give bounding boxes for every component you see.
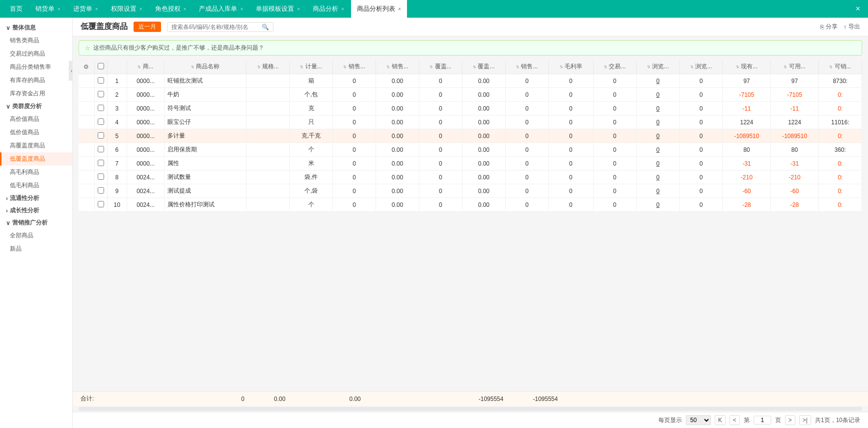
sidebar-group-quality[interactable]: ∨ 类群度分析: [0, 100, 72, 113]
row-spec: [246, 115, 290, 129]
table-row: 4 0000... 眼宝公仔 只 0 0.00 0 0.00 0 0 0 0 0…: [79, 115, 862, 129]
sidebar-item-stock-occupy[interactable]: 库存资金占用: [0, 87, 72, 100]
close-icon[interactable]: ×: [184, 6, 187, 12]
row-browse1[interactable]: 0: [636, 171, 679, 184]
row-browse1[interactable]: 0: [636, 157, 679, 171]
row-cov2: 0.00: [462, 171, 505, 184]
close-icon[interactable]: ×: [240, 6, 243, 12]
row-browse1[interactable]: 0: [636, 115, 679, 129]
col-available[interactable]: ⇅ 可用...: [771, 59, 819, 74]
sidebar-item-traded-goods[interactable]: 交易过的商品: [0, 47, 72, 60]
row-checkbox[interactable]: [94, 129, 107, 143]
col-trade[interactable]: ⇅ 交易...: [593, 59, 636, 74]
nav-tab-goods-analysis[interactable]: 商品分析 ×: [307, 0, 350, 18]
select-all-checkbox[interactable]: [98, 63, 104, 69]
close-all-tabs[interactable]: ×: [852, 4, 864, 13]
row-browse1[interactable]: 0: [636, 184, 679, 198]
row-code: 0000...: [127, 157, 164, 171]
col-coverage2[interactable]: ⇅ 覆盖...: [462, 59, 505, 74]
next-page-button[interactable]: >: [785, 415, 795, 425]
search-icon[interactable]: 🔍: [262, 24, 269, 30]
last-page-button[interactable]: >|: [799, 415, 811, 425]
sidebar-group-growth[interactable]: › 成长性分析: [0, 204, 72, 217]
col-browse2[interactable]: ⇅ 浏览...: [679, 59, 723, 74]
col-unit[interactable]: ⇅ 计量...: [290, 59, 333, 74]
close-icon[interactable]: ×: [57, 6, 60, 12]
col-code[interactable]: ⇅ 商...: [127, 59, 164, 74]
sidebar-item-low-profit[interactable]: 低毛利商品: [0, 179, 72, 192]
row-browse1[interactable]: 0: [636, 74, 679, 88]
row-checkbox[interactable]: [94, 143, 107, 157]
sidebar-item-new-goods[interactable]: 新品: [0, 242, 72, 256]
nav-tab-permission[interactable]: 权限设置 ×: [105, 0, 148, 18]
table-row: 3 0000... 符号测试 克 0 0.00 0 0.00 0 0 0 0 0…: [79, 102, 862, 115]
nav-tab-sales[interactable]: 销货单 ×: [29, 0, 66, 18]
close-icon[interactable]: ×: [139, 6, 142, 12]
row-unit: 个: [290, 198, 333, 212]
sidebar-item-low-value[interactable]: 低价值商品: [0, 126, 72, 139]
row-checkbox[interactable]: [94, 102, 107, 115]
col-current[interactable]: ⇅ 现有...: [723, 59, 771, 74]
sidebar-item-high-profit[interactable]: 高毛利商品: [0, 166, 72, 179]
col-saleable[interactable]: ⇅ 可销...: [818, 59, 862, 74]
search-input[interactable]: [171, 24, 260, 30]
prev-page-button[interactable]: <: [730, 415, 740, 425]
row-browse1[interactable]: 0: [636, 129, 679, 143]
row-browse1[interactable]: 0: [636, 102, 679, 115]
row-checkbox[interactable]: [94, 88, 107, 102]
nav-tab-goods-analysis-list[interactable]: 商品分析列表 ×: [351, 0, 407, 18]
col-sales-amt[interactable]: ⇅ 销售...: [376, 59, 419, 74]
row-browse1[interactable]: 0: [636, 88, 679, 102]
sidebar-item-low-coverage[interactable]: 低覆盖度商品: [0, 152, 72, 166]
col-coverage1[interactable]: ⇅ 覆盖...: [419, 59, 462, 74]
sidebar-item-category-trend[interactable]: 商品分类销售率: [0, 60, 72, 74]
row-trade: 0: [593, 143, 636, 157]
export-button[interactable]: ↑ 导出: [843, 23, 860, 31]
sidebar-item-sales-goods[interactable]: 销售类商品: [0, 34, 72, 47]
period-button[interactable]: 近一月: [134, 22, 161, 32]
col-gross-rate[interactable]: ⇅ 毛利率: [548, 59, 593, 74]
close-icon[interactable]: ×: [398, 6, 401, 12]
close-icon[interactable]: ×: [297, 6, 300, 12]
row-spec: [246, 198, 290, 212]
col-sales2[interactable]: ⇅ 销售...: [505, 59, 548, 74]
sidebar-item-high-value[interactable]: 高价值商品: [0, 113, 72, 126]
row-saleable: 8730:: [818, 74, 862, 88]
col-sales-qty[interactable]: ⇅ 销售...: [333, 59, 376, 74]
page-number-input[interactable]: [754, 416, 771, 425]
sidebar-item-high-coverage[interactable]: 高覆盖度商品: [0, 139, 72, 152]
nav-tab-template[interactable]: 单据模板设置 ×: [250, 0, 306, 18]
row-checkbox[interactable]: [94, 171, 107, 184]
row-checkbox[interactable]: [94, 74, 107, 88]
col-browse1[interactable]: ⇅ 浏览...: [636, 59, 679, 74]
page-size-select[interactable]: 50 100 200: [686, 415, 711, 425]
sidebar-group-flow[interactable]: › 流通性分析: [0, 192, 72, 204]
search-box: 🔍: [167, 22, 273, 32]
row-gross: 0: [548, 88, 593, 102]
col-gear[interactable]: ⚙: [79, 59, 94, 74]
first-page-button[interactable]: K: [715, 415, 726, 425]
sidebar-group-overall[interactable]: ∨ 整体信息: [0, 22, 72, 34]
row-checkbox[interactable]: [94, 115, 107, 129]
sidebar-collapse-button[interactable]: «: [69, 61, 73, 81]
nav-tab-finished[interactable]: 产成品入库单 ×: [193, 0, 249, 18]
sidebar-item-in-stock[interactable]: 有库存的商品: [0, 74, 72, 87]
row-browse1[interactable]: 0: [636, 143, 679, 157]
sidebar-group-promo[interactable]: ∨ 营销推广分析: [0, 217, 72, 229]
close-icon[interactable]: ×: [341, 6, 344, 12]
col-check[interactable]: [94, 59, 107, 74]
nav-tab-role[interactable]: 角色授权 ×: [149, 0, 192, 18]
row-code: 0024...: [127, 184, 164, 198]
row-checkbox[interactable]: [94, 184, 107, 198]
row-sales-qty: 0: [333, 143, 376, 157]
row-checkbox[interactable]: [94, 198, 107, 212]
row-checkbox[interactable]: [94, 157, 107, 171]
nav-tab-home[interactable]: 首页: [4, 0, 28, 18]
close-icon[interactable]: ×: [95, 6, 98, 12]
col-name[interactable]: ⇅ 商品名称: [164, 59, 246, 74]
sidebar-item-all-goods[interactable]: 全部商品: [0, 229, 72, 242]
nav-tab-purchase[interactable]: 进货单 ×: [67, 0, 104, 18]
col-spec[interactable]: ⇅ 规格...: [246, 59, 290, 74]
share-button[interactable]: ⎘ 分享: [820, 23, 838, 31]
row-browse1[interactable]: 0: [636, 198, 679, 212]
